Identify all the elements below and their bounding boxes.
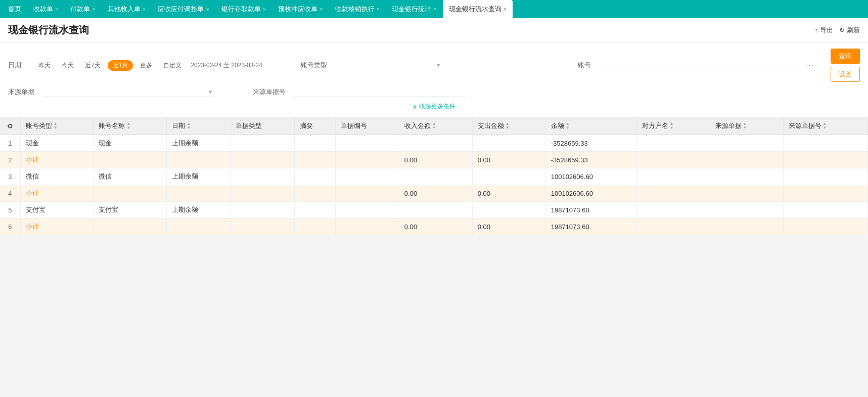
nav-item-bank-deposit[interactable]: 银行存取款单 × [215,0,272,18]
th-doc-no[interactable]: 单据编号 [335,117,399,135]
date-btn-today[interactable]: 今天 [58,60,78,71]
nav-item-bank-stats[interactable]: 现金银行统计 × [386,0,442,18]
table-row: 1现金现金上期余额-3528659.33 [0,135,868,152]
row-number: 1 [0,135,20,152]
th-balance[interactable]: 余额 ▲▼ [545,117,636,135]
cell-summary [294,202,335,218]
cell-balance: 100102606.60 [545,185,636,202]
nav-item-other-income[interactable]: 其他收入单 × [102,0,152,18]
cell-account-type: 现金 [20,135,94,152]
cell-account-name: 微信 [94,168,167,185]
cell-income [399,202,472,218]
cell-doc-type [231,218,294,235]
cell-counterpart [636,135,710,152]
export-icon: ↑ [815,26,818,34]
source-doc-no-input[interactable] [294,87,466,97]
cell-account-name [94,218,167,235]
th-income[interactable]: 收入金额 ▲▼ [399,117,472,135]
cell-source-doc-no [783,185,867,202]
cell-counterpart [636,202,710,218]
cell-doc-no [335,185,399,202]
close-icon[interactable]: × [319,0,323,18]
cell-source-doc [710,135,783,152]
th-account-type[interactable]: 账号类型 ▲▼ [20,117,94,135]
th-summary[interactable]: 摘要 [294,117,335,135]
nav-item-payment[interactable]: 付款单 × [64,0,101,18]
cell-account-type: 小计 [20,152,94,168]
cell-account-name: 支付宝 [94,202,167,218]
cell-date: 上期余额 [167,135,231,152]
th-expense[interactable]: 支出金额 ▲▼ [472,117,545,135]
date-btn-more[interactable]: 更多 [136,60,156,71]
gear-icon: ⚙ [7,122,13,130]
row-number: 3 [0,168,20,185]
nav-item-bank-flow[interactable]: 现金银行流水查询 × [443,0,513,18]
nav-item-adjustment[interactable]: 应收应付调整单 × [152,0,215,18]
nav-item-home[interactable]: 首页 [2,0,27,18]
collapse-bar[interactable]: ∧ 收起更多条件 [8,102,860,111]
cell-expense [472,168,545,185]
th-date[interactable]: 日期 ▲▼ [167,117,231,135]
export-button[interactable]: ↑ 导出 [815,26,834,35]
nav-item-prepayment[interactable]: 预收冲应收单 × [272,0,329,18]
filter-row-source: 来源单据 ▾ 来源单据号 [8,87,860,97]
refresh-icon: ↻ [839,26,845,34]
th-counterpart[interactable]: 对方户名 ▲▼ [636,117,710,135]
account-label: 账号 [578,61,596,70]
th-source-doc-no[interactable]: 来源单据号 ▲▼ [783,117,867,135]
date-btn-custom[interactable]: 自定义 [159,60,186,71]
close-icon[interactable]: × [263,0,266,18]
cell-account-name: 现金 [94,135,167,152]
close-icon[interactable]: × [55,0,58,18]
collapse-up-icon: ∧ [413,103,417,110]
cell-source-doc-no [783,218,867,235]
close-icon[interactable]: × [377,0,380,18]
cell-account-name [94,152,167,168]
nav-item-collection-exec[interactable]: 收款核销执行 × [329,0,386,18]
date-options: 昨天 今天 近7天 近1月 更多 自定义 2023-02-24 至 2023-0… [34,60,262,71]
close-icon[interactable]: × [433,0,436,18]
source-doc-select[interactable]: ▾ [42,87,214,97]
row-number: 5 [0,202,20,218]
close-icon[interactable]: × [143,0,146,18]
ellipsis-icon[interactable]: ··· [806,61,814,69]
cell-source-doc [710,168,783,185]
refresh-button[interactable]: ↻ 刷新 [839,26,860,35]
cell-doc-no [335,218,399,235]
account-type-select[interactable]: ▾ [331,60,442,70]
cell-account-type: 支付宝 [20,202,94,218]
account-input[interactable] [602,60,803,70]
chevron-down-icon-source: ▾ [209,88,212,96]
table-row: 6小计0.000.0019871073.60 [0,218,868,235]
th-source-doc[interactable]: 来源单据 ▲▼ [710,117,783,135]
page-title: 现金银行流水查询 [8,23,89,37]
cell-doc-type [231,185,294,202]
th-gear[interactable]: ⚙ [0,117,20,135]
cell-doc-type [231,152,294,168]
nav-item-receipt[interactable]: 收款单 × [27,0,64,18]
date-btn-7days[interactable]: 近7天 [81,60,105,71]
query-button[interactable]: 查询 [831,49,860,64]
date-btn-yesterday[interactable]: 昨天 [34,60,55,71]
chevron-down-icon: ▾ [437,61,440,69]
cell-source-doc [710,218,783,235]
cell-income: 0.00 [399,152,472,168]
cell-doc-type [231,202,294,218]
date-filter-label: 日期 [8,61,26,70]
close-icon[interactable]: × [504,0,507,18]
cell-account-type: 小计 [20,218,94,235]
th-account-name[interactable]: 账号名称 ▲▼ [94,117,167,135]
cell-doc-no [335,168,399,185]
th-doc-type[interactable]: 单据类型 [231,117,294,135]
cell-counterpart [636,168,710,185]
cell-source-doc [710,152,783,168]
settings-button[interactable]: 设置 [831,67,860,82]
cell-income: 0.00 [399,218,472,235]
cell-account-type: 微信 [20,168,94,185]
close-icon[interactable]: × [206,0,209,18]
cell-expense [472,202,545,218]
date-btn-1month[interactable]: 近1月 [108,60,133,71]
cell-summary [294,218,335,235]
close-icon[interactable]: × [92,0,95,18]
header-actions: ↑ 导出 ↻ 刷新 [815,26,860,35]
